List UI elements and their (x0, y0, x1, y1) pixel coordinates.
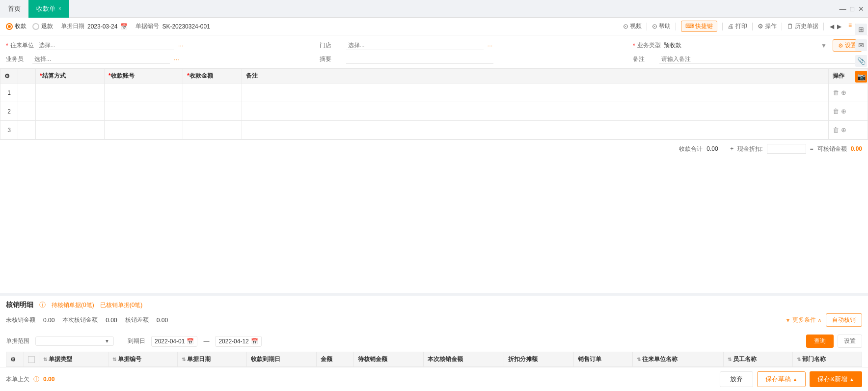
filter-row: 单据范围 ▼ 到期日 2022-04-01 📅 — 2022-04-12 📅 查… (6, 331, 862, 352)
bottom-bar-right: 放弃 保存草稿 ▲ 保存&新增 ▲ (720, 371, 862, 387)
filter-icon: ▼ (785, 317, 791, 324)
col-doc-type: ⇅ 单据类型 (39, 352, 108, 367)
row2-copy-icon[interactable]: ⊕ (841, 108, 846, 115)
window-controls: — □ ✕ (840, 5, 868, 13)
row3-amount[interactable] (183, 121, 242, 140)
remarks-input[interactable] (659, 55, 862, 64)
history-btn[interactable]: 🗒 历史单据 (787, 22, 818, 30)
col-account-header: *收款账号 (105, 69, 183, 84)
table-row: 1 🗑 ⊕ (0, 84, 868, 102)
form-row-1: * 往来单位 ··· 门店 ··· * 业务类型 预收款 ▼ ⚙ 设置 (6, 39, 862, 52)
shortcut-button[interactable]: ⌨ 快捷键 (681, 21, 717, 32)
operate-btn[interactable]: ⚙ 操作 (758, 22, 777, 30)
sidebar-camera-icon[interactable]: 📷 (855, 71, 867, 83)
row2-ops: 🗑 ⊕ (829, 102, 868, 121)
row2-delete-icon[interactable]: 🗑 (833, 108, 839, 115)
tab-close-icon[interactable]: × (58, 6, 61, 11)
discount-input[interactable] (767, 144, 806, 154)
save-draft-dropdown-icon[interactable]: ▲ (793, 377, 798, 382)
print-btn[interactable]: 🖨 打印 (728, 22, 747, 30)
radio-refund[interactable]: 退款 (32, 22, 53, 30)
row3-delete-icon[interactable]: 🗑 (833, 126, 839, 134)
col-employee: ⇅ 员工名称 (724, 352, 793, 367)
keyboard-icon: ⌨ (685, 23, 694, 29)
col-sales-order: 销售订单 (573, 352, 632, 367)
tab-home[interactable]: 首页 (0, 0, 28, 18)
auto-nuclear-button[interactable]: 自动核销 (826, 313, 862, 327)
col-doc-date: ⇅ 单据日期 (177, 352, 246, 367)
discard-button[interactable]: 放弃 (720, 371, 753, 387)
help-btn[interactable]: ⊙ 帮助 (652, 22, 671, 30)
radio-receive[interactable]: 收款 (6, 22, 27, 30)
query-button[interactable]: 查询 (806, 335, 834, 348)
row2-settle[interactable] (36, 102, 105, 121)
row3-copy-icon[interactable]: ⊕ (841, 126, 846, 134)
save-draft-button[interactable]: 保存草稿 ▲ (757, 371, 806, 387)
date-to-calendar-icon[interactable]: 📅 (251, 338, 258, 345)
save-new-dropdown-icon[interactable]: ▲ (849, 377, 854, 382)
table-gear-header[interactable]: ⚙ (0, 69, 18, 84)
maximize-icon[interactable]: □ (850, 5, 854, 13)
col-amount: 金额 (316, 352, 353, 367)
row1-amount[interactable] (183, 84, 242, 102)
date-from-calendar-icon[interactable]: 📅 (187, 338, 194, 345)
row1-account[interactable] (105, 84, 183, 102)
table-section: ⚙ *结算方式 *收款账号 *收款金额 备注 操作 (0, 68, 868, 293)
nav-next-icon[interactable]: ▶ (836, 23, 842, 30)
shop-input[interactable] (346, 41, 484, 50)
nav-prev-icon[interactable]: ◀ (829, 23, 835, 30)
row2-account[interactable] (105, 102, 183, 121)
window-close-icon[interactable]: ✕ (858, 5, 864, 13)
col-due-date: 收款到期日 (246, 352, 316, 367)
from-unit-more-icon[interactable]: ··· (176, 42, 186, 49)
row1-delete-icon[interactable]: 🗑 (833, 89, 839, 96)
sidebar-mail-icon[interactable]: ✉ (855, 39, 867, 51)
table-row: 3 🗑 ⊕ (0, 121, 868, 140)
nuclear-tab-pending[interactable]: 待核销单据(0笔) (52, 301, 94, 309)
nuclear-section: 核销明细 ⓘ 待核销单据(0笔) 已核销单据(0笔) 未核销金额 0.00 本次… (0, 293, 868, 367)
nuclear-tabs: 待核销单据(0笔) 已核销单据(0笔) (52, 301, 148, 309)
select-all-checkbox[interactable] (28, 356, 35, 363)
calendar-icon[interactable]: 📅 (120, 23, 128, 30)
scope-select[interactable]: ▼ (35, 336, 114, 346)
tab-active[interactable]: 收款单 × (28, 0, 69, 18)
from-unit-input[interactable] (37, 41, 174, 50)
col-discount: 折扣分摊额 (504, 352, 573, 367)
row3-settle[interactable] (36, 121, 105, 140)
col-settle-header: *结算方式 (36, 69, 105, 84)
radio-dot-refund (32, 23, 39, 30)
row3-remarks[interactable] (242, 121, 829, 140)
nuclear-tab-done[interactable]: 已核销单据(0笔) (100, 301, 143, 309)
video-btn[interactable]: ⊙ 视频 (623, 22, 642, 30)
sidebar-table-icon[interactable]: ⊞ (855, 24, 867, 35)
summary-input[interactable] (346, 55, 493, 64)
nuclear-table-gear[interactable]: ⚙ (6, 352, 24, 367)
col-unit-name: ⇅ 往来单位名称 (632, 352, 723, 367)
layout-list-icon[interactable]: ≡ (847, 22, 853, 31)
row3-account[interactable] (105, 121, 183, 140)
salesperson-more-icon[interactable]: ··· (172, 56, 181, 63)
business-type-dropdown-icon[interactable]: ▼ (821, 42, 827, 49)
nuclear-settings-button[interactable]: 设置 (838, 335, 862, 348)
col-doc-no: ⇅ 单据编号 (108, 352, 177, 367)
help-icon: ⊙ (652, 23, 657, 30)
row1-remarks[interactable] (242, 84, 829, 102)
nuclear-info-icon[interactable]: ⓘ (39, 301, 46, 309)
row1-settle[interactable] (36, 84, 105, 102)
main-table: ⚙ *结算方式 *收款账号 *收款金额 备注 操作 (0, 68, 868, 140)
shop-more-icon[interactable]: ··· (486, 42, 495, 49)
form-section: * 往来单位 ··· 门店 ··· * 业务类型 预收款 ▼ ⚙ 设置 (0, 35, 868, 68)
more-conditions-btn[interactable]: ▼ 更多条件 ∧ (785, 316, 822, 324)
shop-field: 门店 ··· (320, 41, 625, 50)
record-info-icon[interactable]: ⓘ (33, 375, 39, 384)
salesperson-input[interactable] (32, 55, 170, 64)
row2-amount[interactable] (183, 102, 242, 121)
row1-copy-icon[interactable]: ⊕ (841, 89, 846, 96)
save-new-button[interactable]: 保存&新增 ▲ (810, 371, 862, 387)
row2-remarks[interactable] (242, 102, 829, 121)
sidebar-clip-icon[interactable]: 📎 (855, 55, 867, 67)
scope-dropdown-icon: ▼ (105, 338, 109, 344)
top-toolbar: 收款 退款 单据日期 2023-03-24 📅 单据编号 SK-20230324… (0, 18, 868, 35)
col-dept: ⇅ 部门名称 (793, 352, 862, 367)
minimize-icon[interactable]: — (840, 5, 846, 13)
